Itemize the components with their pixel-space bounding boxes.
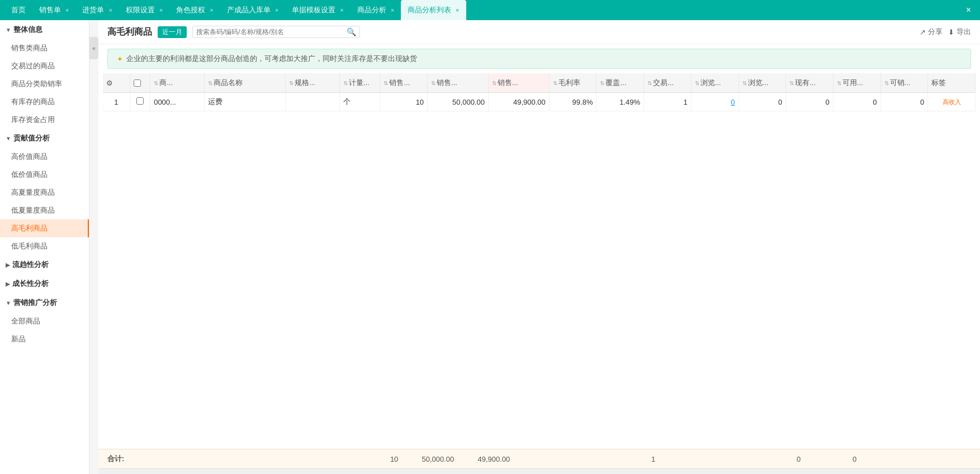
share-button[interactable]: ↗ 分享 — [920, 27, 943, 37]
export-icon: ⬇ — [948, 28, 954, 36]
col-header-browse2[interactable]: ⇅浏览... — [738, 73, 786, 93]
sidebar-section-contribution[interactable]: ▼ 贡献值分析 — [0, 129, 89, 148]
horizontal-scrollbar[interactable] — [98, 468, 980, 474]
sidebar-item-stock-capital[interactable]: 库存资金占用 — [0, 111, 89, 129]
col-header-unit[interactable]: ⇅计量... — [339, 73, 380, 93]
goods-table: ⚙ ⇅商... ⇅商品名称 ⇅规格... — [103, 73, 976, 111]
cell-num: 1 — [103, 93, 130, 111]
sidebar-item-high-margin[interactable]: 高毛利商品 — [0, 219, 89, 237]
cell-stock2: 0 — [833, 93, 880, 111]
sidebar-collapse-button[interactable]: « — [89, 37, 98, 59]
content-area: 高毛利商品 近一月 🔍 ↗ 分享 ⬇ 导出 ✦ 企业的主要的利润都是这部分商品创… — [98, 20, 980, 474]
col-header-gross-rate[interactable]: ⇅毛利率 — [549, 73, 596, 93]
cell-browse2: 0 — [738, 93, 786, 111]
col-header-sale-qty[interactable]: ⇅销售... — [380, 73, 428, 93]
sidebar-section-overall[interactable]: ▼ 整体信息 — [0, 20, 89, 39]
nav-close-purchase[interactable]: × — [108, 0, 112, 20]
col-header-sale-amt[interactable]: ⇅销售... — [428, 73, 489, 93]
nav-close-product-entry[interactable]: × — [275, 0, 278, 20]
nav-close-goods-list[interactable]: × — [456, 0, 459, 20]
footer-stock1: 0 — [756, 455, 801, 463]
col-header-stock2[interactable]: ⇅可用... — [833, 73, 880, 93]
col-header-spec[interactable]: ⇅规格... — [286, 73, 340, 93]
cell-sale-stock: 0 — [880, 93, 928, 111]
sidebar-item-traded-goods[interactable]: 交易过的商品 — [0, 57, 89, 75]
sidebar-item-low-summer[interactable]: 低夏量度商品 — [0, 201, 89, 219]
nav-purchase-order[interactable]: 进货单 × — [75, 0, 119, 20]
cell-gross-rate: 99.8% — [549, 93, 596, 111]
cell-tag: 高收入 — [928, 93, 976, 111]
search-icon[interactable]: 🔍 — [347, 27, 356, 36]
nav-template-settings[interactable]: 单据模板设置 × — [285, 0, 350, 20]
cell-stock1: 0 — [786, 93, 834, 111]
sidebar-item-in-stock[interactable]: 有库存的商品 — [0, 93, 89, 111]
nav-close-permission[interactable]: × — [159, 0, 163, 20]
window-close-button[interactable]: × — [962, 5, 976, 15]
search-input[interactable] — [196, 28, 347, 36]
info-banner: ✦ 企业的主要的利润都是这部分商品创造的，可考虑加大推广，同时关注库存是不要出现… — [107, 49, 971, 69]
col-header-stock1[interactable]: ⇅现有... — [786, 73, 834, 93]
nav-goods-analysis[interactable]: 商品分析 × — [351, 0, 401, 20]
table-row: 1 0000... 运费 个 10 50,000.00 49,900.00 99… — [103, 93, 976, 111]
settings-icon[interactable]: ⚙ — [106, 79, 113, 87]
sidebar-item-all-goods[interactable]: 全部商品 — [0, 312, 89, 330]
nav-sales-order[interactable]: 销售单 × — [32, 0, 75, 20]
sidebar-item-high-summer[interactable]: 高夏量度商品 — [0, 184, 89, 201]
nav-goods-analysis-list[interactable]: 商品分析列表 × — [401, 0, 466, 20]
sidebar-item-high-value[interactable]: 高价值商品 — [0, 148, 89, 166]
time-filter-button[interactable]: 近一月 — [158, 26, 187, 38]
col-header-tag[interactable]: 标签 — [928, 73, 976, 93]
arrow-trend: ▶ — [6, 262, 10, 268]
cell-name: 运费 — [204, 93, 285, 111]
footer-sale-qty: 10 — [353, 455, 398, 463]
nav-home[interactable]: 首页 — [4, 0, 32, 20]
export-button[interactable]: ⬇ 导出 — [948, 27, 971, 37]
nav-product-entry[interactable]: 产成品入库单 × — [220, 0, 285, 20]
nav-close-role[interactable]: × — [210, 0, 213, 20]
cell-check[interactable] — [130, 93, 150, 111]
cell-spec — [286, 93, 340, 111]
select-all-checkbox[interactable] — [134, 79, 141, 87]
nav-close-goods-analysis[interactable]: × — [391, 0, 394, 20]
sidebar-item-low-value[interactable]: 低价值商品 — [0, 166, 89, 184]
header-actions: ↗ 分享 ⬇ 导出 — [920, 27, 971, 37]
sidebar-section-growth[interactable]: ▶ 成长性分析 — [0, 274, 89, 293]
col-header-sale-profit[interactable]: ⇅销售... — [488, 73, 549, 93]
sidebar: ▼ 整体信息 销售类商品 交易过的商品 商品分类助销率 有库存的商品 库存资金占… — [0, 20, 89, 474]
main-layout: ▼ 整体信息 销售类商品 交易过的商品 商品分类助销率 有库存的商品 库存资金占… — [0, 20, 980, 474]
col-header-code[interactable]: ⇅商... — [150, 73, 205, 93]
nav-close-template[interactable]: × — [340, 0, 343, 20]
share-icon: ↗ — [920, 28, 926, 36]
col-header-sale-stock[interactable]: ⇅可销... — [880, 73, 928, 93]
nav-close-sales[interactable]: × — [65, 0, 69, 20]
table-footer: 合计: 10 50,000.00 49,900.00 1 0 0 — [98, 449, 980, 468]
row-checkbox[interactable] — [136, 97, 144, 105]
cell-sale-qty: 10 — [380, 93, 428, 111]
cell-unit: 个 — [339, 93, 380, 111]
footer-trade-count: 1 — [610, 455, 655, 463]
sidebar-section-trend[interactable]: ▶ 流趋性分析 — [0, 255, 89, 274]
cell-trade-count: 1 — [644, 93, 692, 111]
col-header-cover-rate[interactable]: ⇅覆盖... — [596, 73, 644, 93]
sidebar-section-marketing[interactable]: ▼ 营销推广分析 — [0, 293, 89, 312]
cell-code: 0000... — [150, 93, 205, 111]
footer-sale-amt: 50,000.00 — [409, 455, 454, 463]
cell-browse1[interactable]: 0 — [691, 93, 738, 111]
col-header-name[interactable]: ⇅商品名称 — [204, 73, 285, 93]
col-header-check — [130, 73, 150, 93]
cell-sale-profit: 49,900.00 — [488, 93, 549, 111]
nav-role-auth[interactable]: 角色授权 × — [169, 0, 220, 20]
footer-label: 合计: — [107, 454, 124, 464]
table-wrapper: ⚙ ⇅商... ⇅商品名称 ⇅规格... — [98, 73, 980, 449]
sidebar-item-category-rate[interactable]: 商品分类助销率 — [0, 75, 89, 93]
search-box: 🔍 — [192, 26, 360, 38]
col-header-trade-count[interactable]: ⇅交易... — [644, 73, 692, 93]
arrow-contribution: ▼ — [6, 135, 11, 142]
footer-sale-profit: 49,900.00 — [465, 455, 510, 463]
sidebar-item-low-margin[interactable]: 低毛利商品 — [0, 237, 89, 255]
sidebar-item-new-goods[interactable]: 新品 — [0, 330, 89, 348]
sidebar-item-sales-goods[interactable]: 销售类商品 — [0, 39, 89, 57]
nav-permission-settings[interactable]: 权限设置 × — [119, 0, 169, 20]
top-navigation: 首页 销售单 × 进货单 × 权限设置 × 角色授权 × 产成品入库单 × 单据… — [0, 0, 980, 20]
col-header-browse1[interactable]: ⇅浏览... — [691, 73, 738, 93]
